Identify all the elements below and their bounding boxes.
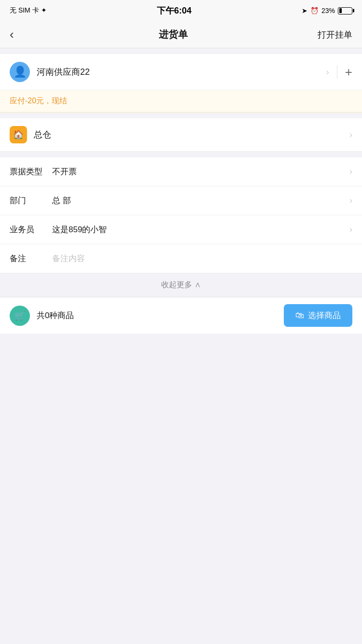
product-cart-icon: 🛒 (10, 306, 30, 326)
invoice-type-chevron-icon: › (349, 167, 352, 177)
supplier-vertical-divider (337, 65, 337, 79)
supplier-add-button[interactable]: + (345, 65, 352, 80)
back-button[interactable]: ‹ (10, 27, 29, 42)
warehouse-row[interactable]: 🏠 总仓 › (0, 118, 362, 152)
salesperson-row[interactable]: 业务员 这是859的小智 › (0, 215, 362, 244)
supplier-chevron-icon: › (326, 67, 329, 77)
salesperson-value: 这是859的小智 (52, 224, 349, 235)
invoice-type-row[interactable]: 票据类型 不开票 › (0, 157, 362, 186)
invoice-type-value: 不开票 (52, 166, 349, 177)
supplier-card: 👤 河南供应商22 › + 应付-20元，现结 (0, 54, 362, 112)
warehouse-name: 总仓 (34, 129, 349, 140)
location-icon: ➤ (302, 7, 307, 14)
salesperson-chevron-icon: › (349, 224, 352, 235)
status-right: ➤ ⏰ 23% (302, 7, 352, 14)
user-icon: 👤 (14, 66, 27, 78)
status-left: 无 SIM 卡 ✦ (10, 6, 47, 15)
alarm-icon: ⏰ (310, 7, 319, 14)
open-pending-button[interactable]: 打开挂单 (318, 29, 352, 41)
collapse-text: 收起更多 ∧ (161, 280, 200, 290)
supplier-avatar: 👤 (10, 62, 30, 82)
department-chevron-icon: › (349, 196, 352, 206)
department-label: 部门 (10, 195, 52, 206)
battery-icon (338, 7, 352, 14)
select-product-icon: 🛍 (295, 310, 304, 321)
remark-row[interactable]: 备注 备注内容 (0, 244, 362, 273)
section-divider-2 (0, 112, 362, 118)
nav-bar: ‹ 进货单 打开挂单 (0, 21, 362, 48)
department-row[interactable]: 部门 总 部 › (0, 186, 362, 215)
status-time: 下午6:04 (157, 5, 192, 16)
collapse-row[interactable]: 收起更多 ∧ (0, 273, 362, 297)
remark-label: 备注 (10, 253, 52, 264)
section-divider-1 (0, 48, 362, 54)
invoice-type-label: 票据类型 (10, 166, 52, 177)
cart-icon: 🛒 (14, 310, 25, 321)
supplier-row[interactable]: 👤 河南供应商22 › + (0, 54, 362, 90)
battery-percent: 23% (321, 7, 335, 14)
form-card: 票据类型 不开票 › 部门 总 部 › 业务员 这是859的小智 › 备注 备注… (0, 157, 362, 273)
status-bar: 无 SIM 卡 ✦ 下午6:04 ➤ ⏰ 23% (0, 0, 362, 21)
product-bar: 🛒 共0种商品 🛍 选择商品 (0, 297, 362, 334)
product-count: 共0种商品 (37, 310, 284, 321)
warning-banner: 应付-20元，现结 (0, 90, 362, 112)
gray-area (0, 334, 362, 478)
warehouse-icon: 🏠 (10, 126, 27, 143)
salesperson-label: 业务员 (10, 224, 52, 235)
department-value: 总 部 (52, 195, 349, 206)
house-icon: 🏠 (13, 129, 24, 140)
section-divider-3 (0, 152, 362, 157)
warehouse-chevron-icon: › (349, 130, 352, 140)
warehouse-card: 🏠 总仓 › (0, 118, 362, 152)
remark-placeholder: 备注内容 (52, 253, 352, 264)
select-product-button[interactable]: 🛍 选择商品 (284, 304, 352, 327)
select-product-label: 选择商品 (308, 310, 341, 321)
supplier-name: 河南供应商22 (37, 66, 326, 78)
page-title: 进货单 (159, 28, 188, 41)
